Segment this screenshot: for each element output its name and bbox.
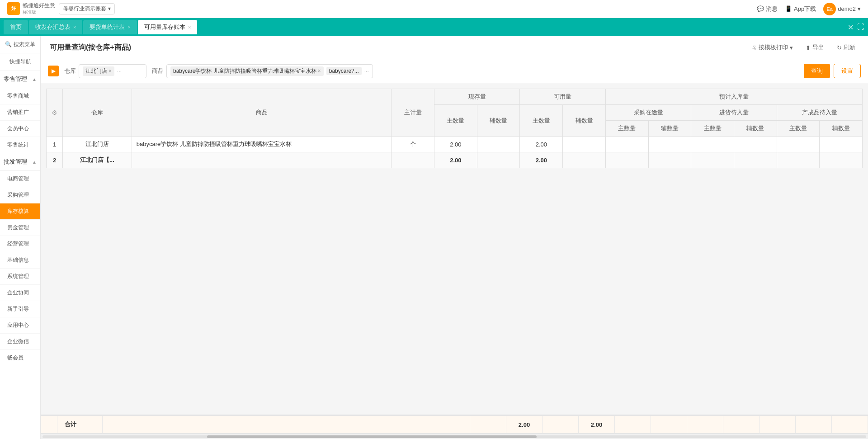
cell-proc-aux [648, 152, 691, 168]
cell-inc-main [691, 152, 734, 168]
sidebar-item-operations[interactable]: 经营管理 [0, 236, 40, 252]
tab-receive-summary[interactable]: 收发存汇总表 × [29, 20, 82, 34]
logo-sub: 标准版 [23, 9, 55, 15]
sidebar-item-wechat[interactable]: 企业微信 [0, 334, 40, 350]
product-more[interactable]: ··· [364, 68, 369, 74]
product-label: 商品 [152, 67, 164, 75]
sidebar-section-wholesale: 批发管理 ▲ 电商管理 [0, 153, 40, 187]
footer-avail-total: 2.00 [579, 416, 615, 434]
footer-cell-empty11 [832, 416, 868, 434]
cell-product: babycare学饮杯 儿童防摔防撞吸管杯重力球吸嘴杯宝宝水杯 [132, 137, 392, 152]
sidebar-item-vip[interactable]: 畅会员 [0, 350, 40, 366]
chevron-down-icon: ▾ [108, 5, 111, 12]
th-settings[interactable]: ⚙ [47, 89, 63, 137]
logo-text: 畅捷通好生意 [23, 2, 55, 9]
sidebar-item-members[interactable]: 会员中心 [0, 121, 40, 137]
footer-cell-empty6 [651, 416, 687, 434]
cell-unit [392, 152, 434, 168]
sidebar-item-retail-stats[interactable]: 零售统计 [0, 137, 40, 153]
sidebar-item-marketing[interactable]: 营销推广 [0, 104, 40, 121]
industry-select[interactable]: 母婴行业演示账套 ▾ [59, 3, 115, 14]
sidebar-item-enterprise[interactable]: 企业协同 [0, 285, 40, 301]
footer-table: 合计 2.00 2.00 [41, 415, 868, 434]
filter-actions: 查询 设置 [804, 64, 861, 78]
window-controls: ✕ ⛶ [848, 23, 864, 32]
th-stock-group: 现存量 [434, 89, 520, 105]
refresh-btn[interactable]: ↻ 刷新 [833, 42, 859, 53]
th-product: 商品 [132, 89, 392, 137]
warehouse-tag: 江北门店 × [83, 66, 114, 76]
th-incoming-group: 进货待入量 [691, 105, 777, 121]
print-btn[interactable]: 🖨 按模板打印 ▾ [747, 42, 797, 53]
product-input[interactable]: babycare学饮杯 儿童防摔防撞吸管杯重力球吸嘴杯宝宝水杯 × babyca… [166, 64, 373, 78]
sidebar-item-quick-nav[interactable]: 快捷导航 [0, 53, 40, 71]
sidebar-item-new-guide[interactable]: 新手引导 [0, 301, 40, 317]
sidebar-item-app-center[interactable]: 应用中心 [0, 317, 40, 334]
sidebar-item-inventory[interactable]: 库存核算 [0, 203, 40, 220]
bottom-scrollbar[interactable] [41, 434, 868, 439]
close-window-icon[interactable]: ✕ [848, 23, 854, 32]
chevron-icon: ▲ [32, 77, 37, 82]
cell-inc-main [691, 137, 734, 152]
sidebar-section-retail-label: 零售管理 [4, 75, 27, 83]
th-available-group: 可用量 [520, 89, 605, 105]
cell-stock-aux [477, 137, 520, 152]
sidebar-item-online-store[interactable]: 零售商城 [0, 88, 40, 104]
cell-proc-aux [648, 137, 691, 152]
content-area: 可用量查询(按仓库+商品) 🖨 按模板打印 ▾ ⬆ 导出 ↻ 刷新 ▶ [41, 36, 868, 439]
th-proc-main: 主数量 [605, 121, 648, 137]
settings-btn[interactable]: 设置 [834, 64, 861, 78]
cell-product [132, 152, 392, 168]
nav-tabs: 首页 收发存汇总表 × 要货单统计表 × 可用量库存账本 × ✕ ⛶ [0, 18, 868, 36]
settings-icon[interactable]: ⚙ [52, 109, 57, 116]
print-label: 按模板打印 [759, 43, 788, 52]
sidebar-item-system[interactable]: 系统管理 [0, 269, 40, 285]
footer-cell-empty7 [687, 416, 723, 434]
export-btn[interactable]: ⬆ 导出 [802, 42, 828, 53]
sidebar-section-wholesale-header[interactable]: 批发管理 ▲ [0, 153, 40, 171]
scrollbar-thumb [207, 435, 537, 438]
tab-available-label: 可用量库存账本 [144, 23, 185, 31]
sidebar-section-wholesale-label: 批发管理 [4, 158, 27, 166]
message-btn[interactable]: 💬 消息 [757, 5, 778, 13]
tab-home[interactable]: 首页 [4, 20, 28, 34]
sidebar-item-basic-info[interactable]: 基础信息 [0, 252, 40, 269]
app-download-btn[interactable]: 📱 App下载 [785, 5, 816, 13]
cell-proc-main [605, 137, 648, 152]
product-tag-1: babycare学饮杯 儿童防摔防撞吸管杯重力球吸嘴杯宝宝水杯 × [170, 66, 324, 76]
cell-proc-main [605, 152, 648, 168]
warehouse-input[interactable]: 江北门店 × ··· [79, 64, 146, 78]
phone-icon: 📱 [785, 5, 792, 12]
sidebar-item-label: 快捷导航 [9, 58, 31, 65]
sidebar-item-purchase[interactable]: 采购管理 [0, 187, 40, 203]
tab-order-stats[interactable]: 要货单统计表 × [83, 20, 137, 34]
close-icon[interactable]: × [73, 24, 76, 30]
th-avail-aux: 辅数量 [563, 105, 606, 137]
footer-stock-total: 2.00 [506, 416, 542, 434]
query-btn[interactable]: 查询 [804, 64, 830, 78]
maximize-window-icon[interactable]: ⛶ [857, 23, 864, 32]
top-bar: 好 畅捷通好生意 标准版 母婴行业演示账套 ▾ 💬 消息 📱 App下载 Ea … [0, 0, 868, 18]
sidebar-item-ecommerce[interactable]: 电商管理 [0, 171, 40, 187]
warehouse-more[interactable]: ··· [117, 68, 122, 74]
tab-available-inventory[interactable]: 可用量库存账本 × [138, 20, 197, 34]
cell-avail-aux [563, 152, 606, 168]
filter-expand-btn[interactable]: ▶ [48, 66, 59, 76]
product1-remove-btn[interactable]: × [318, 68, 321, 74]
close-icon[interactable]: × [188, 24, 191, 30]
cell-no: 2 [47, 152, 63, 168]
sidebar-section-retail-header[interactable]: 零售管理 ▲ [0, 71, 40, 88]
cell-stock-aux [477, 152, 520, 168]
print-icon: 🖨 [751, 44, 757, 51]
close-icon[interactable]: × [127, 24, 130, 30]
sidebar-search[interactable]: 🔍 搜索菜单 [0, 36, 40, 53]
footer-cell-empty4 [542, 416, 579, 434]
user-menu[interactable]: Ea demo2 ▾ [823, 3, 861, 15]
warehouse-remove-btn[interactable]: × [108, 68, 112, 74]
export-label: 导出 [812, 43, 824, 52]
message-label: 消息 [766, 5, 778, 13]
export-icon: ⬆ [806, 44, 811, 51]
sidebar-item-finance[interactable]: 资金管理 [0, 220, 40, 236]
chevron-down-icon: ▾ [858, 5, 861, 12]
main-layout: 🔍 搜索菜单 快捷导航 零售管理 ▲ 零售商城 营销推广 会员中心 零售统计 批… [0, 36, 868, 439]
